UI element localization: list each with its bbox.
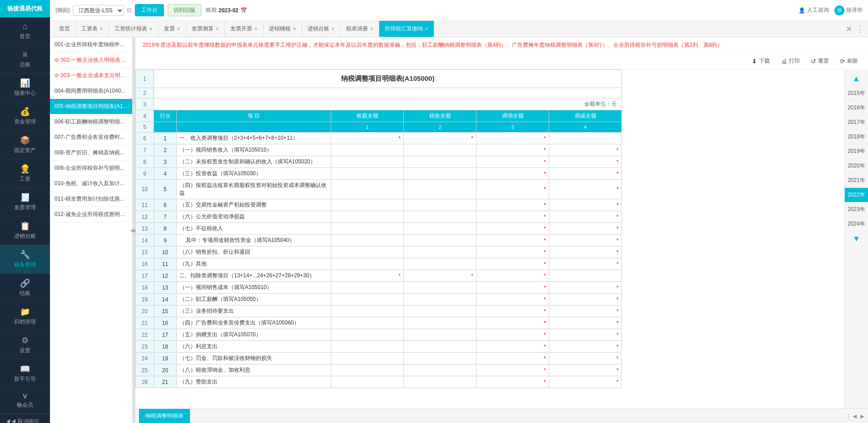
tab-audit[interactable]: 进销稽核 ✕ [263, 21, 302, 37]
tab-audit-close[interactable]: ✕ [293, 26, 296, 31]
tab-home[interactable]: 首页 [54, 21, 76, 37]
table-row: 6 1 一、收入类调整项目（2+3+4+5+6+7+8+10+11） * * * [136, 133, 622, 144]
year-2018[interactable]: 2018年 [845, 130, 868, 144]
sidebar-item-assets[interactable]: 📦 固定资产 [0, 131, 50, 159]
tab-invoice-close[interactable]: ✕ [177, 26, 180, 31]
left-item-001[interactable]: 001-企业所得税年度纳税申... [50, 37, 132, 53]
sidebar-label-assets: 固定资产 [14, 147, 36, 154]
sidebar-item-settings[interactable]: ⚙ 设置 [0, 331, 50, 359]
tab-tax-list-label: 税表清册 [346, 25, 368, 33]
sidebar-label-close: 结账 [20, 290, 30, 297]
company-dropdown[interactable]: 江西股业-LSS [73, 5, 124, 16]
sidebar-label-payroll: 工资 [20, 175, 30, 183]
left-item-006[interactable]: 006-职工薪酬纳税调整明细... [50, 114, 132, 130]
bottom-tab-adjust[interactable]: 纳税调整明细表 [139, 409, 190, 423]
purchase-icon: 📋 [20, 221, 30, 231]
right-panel: 2019年度涉及取以前年度继续数据的申报表单元格需要手工维护正确，才能保证本年及… [135, 37, 868, 423]
year-2021[interactable]: 2021年 [845, 173, 868, 188]
user-profile[interactable]: 徐 徐泽华 [834, 5, 863, 15]
table-row: 20 15 （三）业务招待要支出 * * [136, 305, 622, 317]
year-2024[interactable]: 2024年 [845, 217, 868, 231]
tab-invoice[interactable]: 发票 ✕ [159, 21, 186, 37]
col-project: 项 目 [177, 110, 331, 122]
workbench-button[interactable]: 工作台 [135, 4, 164, 16]
sidebar-item-close[interactable]: 🔗 结账 [0, 274, 50, 302]
tab-invoice-calc-close[interactable]: ✕ [215, 26, 219, 31]
table-row: 11 6 （五）交易性金融资产初始投资调整 * * [136, 199, 622, 211]
tab-payroll-close[interactable]: ✕ [99, 26, 103, 31]
year-2017[interactable]: 2017年 [845, 115, 868, 130]
sidebar-item-vip[interactable]: V 畅会员 [0, 388, 50, 414]
tab-payroll-stats-close[interactable]: ✕ [149, 26, 153, 31]
tab-tax-list[interactable]: 税表清册 ✕ [341, 21, 379, 37]
unpin-button[interactable]: ◀◀ 取消固定 [0, 414, 50, 423]
sidebar-item-payroll[interactable]: 👷 工资 [0, 159, 50, 188]
payroll-icon: 👷 [20, 164, 30, 174]
sub-v3: 3 [476, 122, 549, 133]
calendar-icon[interactable]: 📅 [240, 7, 247, 14]
tab-invoice-calc-label: 发票测算 [192, 25, 213, 33]
year-scroll-down[interactable]: ▼ [845, 231, 868, 246]
tab-home-label: 首页 [59, 25, 70, 33]
back-button[interactable]: 切到旧版 [168, 4, 201, 16]
left-item-009[interactable]: 009-企业所得税弥补亏损明... [50, 161, 132, 176]
notice-bar: 2019年度涉及取以前年度继续数据的申报表单元格需要手工维护正确，才能保证本年及… [135, 37, 868, 53]
table-row: 21 16 （四）广告费和业务宣传费支出（填写A105060） * * [136, 317, 622, 329]
sidebar-label-ledger: 总账 [20, 61, 30, 69]
table-row: 14 9 其中：专项用途财政性资金（填写A105040） * * [136, 235, 622, 246]
tab-invoice-calc[interactable]: 发票测算 ✕ [186, 21, 225, 37]
year-2016[interactable]: 2016年 [845, 101, 868, 115]
sidebar-item-purchase[interactable]: 📋 进销台账 [0, 216, 50, 245]
year-scroll-up[interactable]: ▲ [845, 71, 868, 86]
table-container[interactable]: 1 纳税调整项目明细表(A105000) 2 3 金额单位：元 [135, 69, 844, 408]
sidebar-item-home[interactable]: ⌂ 首页 [0, 17, 50, 45]
sidebar-item-funds[interactable]: 💰 资金管理 [0, 102, 50, 131]
left-item-003[interactable]: ⊘ 003-一般企业成本支出明细... [50, 68, 132, 84]
year-2020[interactable]: 2020年 [845, 159, 868, 173]
year-2015[interactable]: 2015年 [845, 86, 868, 101]
left-item-005[interactable]: 005-纳税调整项目明细表(A1... [50, 99, 132, 114]
col-v2: 税收全额 [404, 110, 476, 122]
tab-payroll[interactable]: 工资表 ✕ [76, 21, 109, 37]
tab-purchase-ledger-label: 进销台账 [308, 25, 329, 33]
tab-income-tax-close[interactable]: ✕ [425, 26, 428, 31]
bottom-tabbar: 纳税调整明细表 ⋮ ◀ ▶ [135, 408, 868, 423]
year-2019[interactable]: 2019年 [845, 144, 868, 159]
year-2023[interactable]: 2023年 [845, 202, 868, 217]
tab-menu-button[interactable]: ⋮ [856, 24, 864, 34]
sidebar-item-reports[interactable]: 📊 报表中心 [0, 74, 50, 102]
left-item-007[interactable]: 007-广告费和业务宣传费时... [50, 130, 132, 145]
sidebar-label-vip: 畅会员 [17, 401, 33, 409]
tab-invoice-open[interactable]: 发票开票 ✕ [225, 21, 263, 37]
left-item-011[interactable]: 011-研发费用加计扣除优惠... [50, 192, 132, 207]
tab-audit-label: 进销稽核 [269, 25, 291, 33]
notice-text: 2019年度涉及取以前年度继续数据的申报表单元格需要手工维护正确，才能保证本年及… [143, 42, 723, 48]
left-item-002[interactable]: ⊘ 002-一般企业收入明细表(A1... [50, 53, 132, 68]
left-item-012[interactable]: 012-减免企业所得税优惠明细(… [50, 207, 132, 222]
tab-income-tax[interactable]: 所得税汇算缴纳 ✕ [379, 21, 434, 37]
left-item-008[interactable]: 008-资产折旧、摊销及纳税... [50, 145, 132, 161]
reset-button[interactable]: ↺ 重置 [808, 56, 832, 66]
scroll-right[interactable]: ▶ [860, 413, 864, 419]
sidebar-item-tax[interactable]: 🔧 税务管理 [0, 245, 50, 274]
tab-purchase-ledger-close[interactable]: ✕ [331, 26, 335, 31]
tab-purchase-ledger[interactable]: 进销台账 ✕ [302, 21, 341, 37]
left-item-010[interactable]: 010-免税、减计收入及加计... [50, 176, 132, 192]
left-item-004[interactable]: 004-期间费用明细表(A1040... [50, 84, 132, 99]
tab-payroll-stats[interactable]: 工资统计报表 ✕ [109, 21, 159, 37]
tab-invoice-open-close[interactable]: ✕ [254, 26, 258, 31]
sidebar-item-archive[interactable]: 📁 归档管理 [0, 302, 50, 331]
download-button[interactable]: ⬇ 下载 [749, 56, 773, 66]
sidebar-item-ledger[interactable]: ≡ 总账 [0, 45, 50, 74]
service-button[interactable]: 👤 人工咨询 [799, 6, 829, 14]
tab-tax-list-close[interactable]: ✕ [370, 26, 373, 31]
funds-icon: 💰 [20, 107, 30, 117]
sidebar-item-guide[interactable]: 📖 新手引导 [0, 359, 50, 388]
refresh-button[interactable]: ⟳ 刷新 [837, 56, 861, 66]
sub-hangci [154, 122, 177, 133]
close-all-button[interactable]: ✕ [846, 24, 853, 34]
print-button[interactable]: 🖨 打印 [778, 56, 803, 66]
year-2022[interactable]: 2022年 [845, 188, 868, 202]
sidebar-item-invoice[interactable]: 🧾 发票管理 [0, 188, 50, 216]
topbar: (物副) 江西股业-LSS ⧉ 工作台 切到旧版 账期 2023-02 📅 👤 … [50, 0, 868, 21]
